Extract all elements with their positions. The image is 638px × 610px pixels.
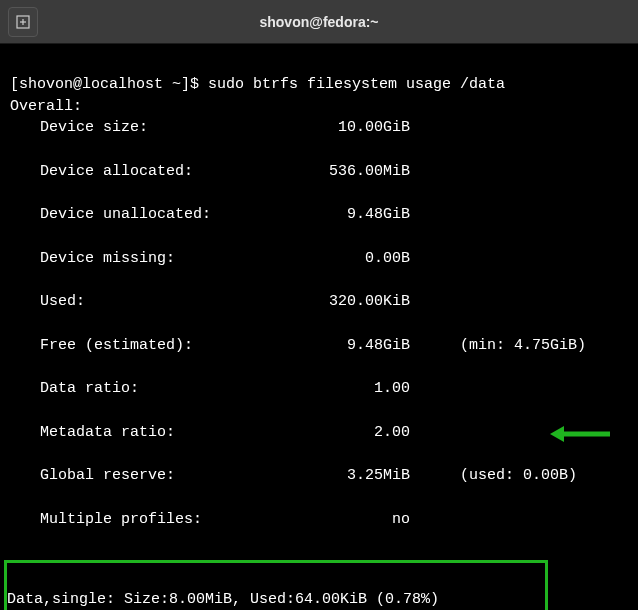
row-free-estimated: Free (estimated):9.48GiB(min: 4.75GiB) — [10, 335, 628, 357]
row-device-allocated: Device allocated:536.00MiB — [10, 161, 628, 183]
overall-header: Overall: — [10, 98, 82, 115]
label: Device missing: — [10, 248, 230, 270]
highlighted-section: Data,single: Size:8.00MiB, Used:64.00KiB… — [4, 560, 548, 610]
row-device-size: Device size:10.00GiB — [10, 117, 628, 139]
row-used: Used:320.00KiB — [10, 291, 628, 313]
value: 1.00 — [230, 378, 410, 400]
label: Multiple profiles: — [10, 509, 230, 531]
row-data-ratio: Data ratio:1.00 — [10, 378, 628, 400]
value: 9.48GiB — [230, 335, 410, 357]
new-tab-icon — [16, 15, 30, 29]
value: 10.00GiB — [230, 117, 410, 139]
row-metadata-ratio: Metadata ratio:2.00 — [10, 422, 628, 444]
value: 3.25MiB — [230, 465, 410, 487]
row-device-unallocated: Device unallocated:9.48GiB — [10, 204, 628, 226]
label: Used: — [10, 291, 230, 313]
extra — [410, 509, 460, 531]
label: Device unallocated: — [10, 204, 230, 226]
svg-marker-4 — [550, 426, 564, 442]
extra — [410, 204, 460, 226]
shell-prompt: [shovon@localhost ~]$ — [10, 76, 208, 93]
command-text: sudo btrfs filesystem usage /data — [208, 76, 505, 93]
value: 2.00 — [230, 422, 410, 444]
value: no — [230, 509, 410, 531]
data-section-header: Data,single: Size:8.00MiB, Used:64.00KiB… — [7, 591, 439, 608]
label: Data ratio: — [10, 378, 230, 400]
extra — [410, 161, 460, 183]
extra: (used: 0.00B) — [410, 465, 577, 487]
extra — [410, 117, 460, 139]
label: Device size: — [10, 117, 230, 139]
terminal-output[interactable]: [shovon@localhost ~]$ sudo btrfs filesys… — [0, 44, 638, 610]
label: Device allocated: — [10, 161, 230, 183]
extra — [410, 291, 460, 313]
extra — [410, 422, 460, 444]
row-global-reserve: Global reserve:3.25MiB(used: 0.00B) — [10, 465, 628, 487]
annotation-arrow-icon — [550, 422, 610, 446]
row-multiple-profiles: Multiple profiles:no — [10, 509, 628, 531]
label: Metadata ratio: — [10, 422, 230, 444]
window-titlebar: shovon@fedora:~ — [0, 0, 638, 44]
value: 536.00MiB — [230, 161, 410, 183]
value: 9.48GiB — [230, 204, 410, 226]
extra — [410, 378, 460, 400]
value: 0.00B — [230, 248, 410, 270]
value: 320.00KiB — [230, 291, 410, 313]
label: Free (estimated): — [10, 335, 230, 357]
extra: (min: 4.75GiB) — [410, 335, 586, 357]
row-device-missing: Device missing:0.00B — [10, 248, 628, 270]
extra — [410, 248, 460, 270]
window-title: shovon@fedora:~ — [38, 14, 600, 30]
label: Global reserve: — [10, 465, 230, 487]
new-tab-button[interactable] — [8, 7, 38, 37]
